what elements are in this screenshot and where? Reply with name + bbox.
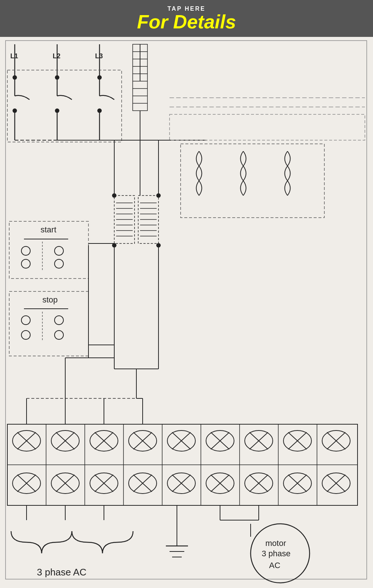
motor-label-line2: 3 phase xyxy=(262,549,290,558)
svg-text:L2: L2 xyxy=(53,52,60,60)
svg-text:L1: L1 xyxy=(10,52,18,60)
circuit-svg: L1 L2 L3 xyxy=(0,37,373,588)
wiring-diagram: L1 L2 L3 xyxy=(0,37,373,588)
motor-label-line3: AC xyxy=(269,561,280,570)
three-phase-label: 3 phase AC xyxy=(37,567,86,578)
start-label: start xyxy=(41,225,56,234)
for-details-label: For Details xyxy=(137,12,236,31)
header-banner[interactable]: TAP HERE For Details xyxy=(0,0,373,37)
motor-label-line1: motor xyxy=(265,539,286,548)
stop-label: stop xyxy=(42,295,58,304)
svg-text:L3: L3 xyxy=(95,52,103,60)
